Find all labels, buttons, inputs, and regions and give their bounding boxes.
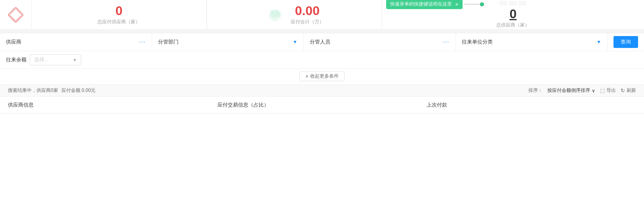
payable-label: 应付合计（万） bbox=[291, 19, 324, 25]
svg-point-4 bbox=[272, 13, 273, 14]
dept-input-area: ▼ bbox=[182, 39, 298, 45]
query-button[interactable]: 查询 bbox=[614, 36, 638, 48]
filter-section: 供应商 ··· 分管部门 ▼ 分管人员 ··· 往来单位分类 ▼ bbox=[0, 33, 644, 84]
balance-chevron-icon: ▼ bbox=[73, 58, 77, 62]
export-label: 导出 bbox=[606, 87, 616, 94]
svg-point-6 bbox=[278, 12, 281, 17]
amount-summary: 应付金额 0.00元 bbox=[61, 87, 96, 94]
balance-label: 往来余额 bbox=[6, 56, 27, 63]
filter-row-1: 供应商 ··· 分管部门 ▼ 分管人员 ··· 往来单位分类 ▼ bbox=[0, 33, 644, 51]
tooltip-text: 快速录单的快捷键说明在这里 bbox=[390, 1, 452, 8]
supplier-count-label: 总应付供应商（家） bbox=[97, 19, 140, 25]
svg-rect-1 bbox=[10, 9, 22, 21]
dept-input[interactable] bbox=[182, 39, 293, 45]
supplier-filter-label: 供应商 bbox=[6, 38, 21, 46]
collapse-arrow-icon: ∧ bbox=[305, 74, 309, 79]
results-summary: 搜索结果中，供应商0家 应付金额 0.00元 bbox=[8, 87, 95, 94]
collapse-bar: ∧ 收起更多条件 bbox=[0, 69, 644, 84]
payable-text: 0.00 应付合计（万） bbox=[291, 4, 324, 25]
unit-input[interactable] bbox=[496, 39, 597, 45]
dept-filter: 分管部门 ▼ bbox=[152, 33, 304, 51]
supplier-input[interactable] bbox=[25, 39, 139, 45]
results-bar: 搜索结果中，供应商0家 应付金额 0.00元 排序： 按应付会额倒序排序 ∨ ⬚… bbox=[0, 84, 644, 97]
tooltip-container: 快速录单的快捷键说明在这里 × bbox=[386, 0, 484, 9]
tooltip: 快速录单的快捷键说明在这里 × bbox=[386, 0, 462, 9]
sort-label: 排序： bbox=[528, 87, 543, 94]
refresh-label: 刷新 bbox=[627, 87, 636, 94]
export-button[interactable]: ⬚ 导出 bbox=[600, 87, 616, 94]
person-input-area: ··· bbox=[333, 38, 450, 46]
stat-total: 0 总供应商（家） 快速录单的快捷键说明在这里 × bbox=[382, 0, 644, 29]
unit-input-area: ▼ bbox=[496, 39, 602, 45]
sort-value: 按应付会额倒序排序 bbox=[547, 87, 590, 94]
dept-filter-label: 分管部门 bbox=[158, 38, 179, 46]
col-supplier-header: 供应商信息 bbox=[8, 101, 217, 109]
unit-filter: 往来单位分类 ▼ bbox=[456, 33, 608, 51]
person-input[interactable] bbox=[333, 39, 443, 45]
unit-dropdown-icon[interactable]: ▼ bbox=[596, 39, 601, 45]
stat-payable: 0.00 应付合计（万） bbox=[207, 0, 382, 29]
supplier-count: 0 bbox=[116, 4, 123, 18]
supplier-filter: 供应商 ··· bbox=[0, 33, 152, 51]
query-btn-area: 查询 bbox=[608, 33, 644, 51]
unit-filter-label: 往来单位分类 bbox=[462, 38, 493, 46]
tooltip-close-icon[interactable]: × bbox=[455, 1, 458, 8]
pig-icon bbox=[265, 5, 285, 25]
dept-dropdown-icon[interactable]: ▼ bbox=[293, 39, 297, 45]
person-filter: 分管人员 ··· bbox=[304, 33, 456, 51]
stats-bar: 0 总应付供应商（家） 0.00 应付合计（万） 0 总供应商（家） bbox=[0, 0, 644, 30]
table-header: 供应商信息 应付交易信息（占比） 上次付款 bbox=[0, 97, 644, 114]
col-transaction-header: 应付交易信息（占比） bbox=[217, 101, 427, 109]
col-payment-header: 上次付款 bbox=[427, 101, 636, 109]
filter-row-2: 往来余额 选择... ▼ bbox=[0, 51, 644, 69]
results-actions: 排序： 按应付会额倒序排序 ∨ ⬚ 导出 ↻ 刷新 bbox=[528, 87, 636, 94]
refresh-icon: ↻ bbox=[621, 88, 625, 93]
refresh-button[interactable]: ↻ 刷新 bbox=[621, 87, 636, 94]
person-filter-label: 分管人员 bbox=[310, 38, 330, 46]
search-summary: 搜索结果中，供应商0家 bbox=[8, 87, 58, 94]
balance-select[interactable]: 选择... ▼ bbox=[30, 54, 81, 65]
tooltip-dot bbox=[480, 2, 484, 6]
svg-point-5 bbox=[276, 13, 277, 14]
sort-dropdown-icon: ∨ bbox=[592, 88, 595, 93]
stat-total-supplier: 0 总应付供应商（家） bbox=[32, 0, 207, 29]
balance-placeholder: 选择... bbox=[34, 56, 70, 63]
sort-select[interactable]: 按应付会额倒序排序 ∨ bbox=[547, 87, 595, 94]
total-supplier-count: 0 bbox=[509, 7, 516, 21]
supplier-dots[interactable]: ··· bbox=[139, 38, 145, 46]
diamond-icon bbox=[7, 6, 25, 24]
total-supplier-label: 总供应商（家） bbox=[496, 22, 530, 29]
collapse-label: 收起更多条件 bbox=[310, 73, 339, 80]
person-dots[interactable]: ··· bbox=[443, 38, 449, 46]
logo-area bbox=[0, 0, 32, 29]
svg-rect-0 bbox=[8, 7, 23, 22]
table-body bbox=[0, 114, 644, 204]
export-icon: ⬚ bbox=[600, 88, 605, 93]
collapse-button[interactable]: ∧ 收起更多条件 bbox=[299, 71, 345, 81]
supplier-input-area: ··· bbox=[25, 38, 146, 46]
payable-amount: 0.00 bbox=[295, 4, 320, 18]
